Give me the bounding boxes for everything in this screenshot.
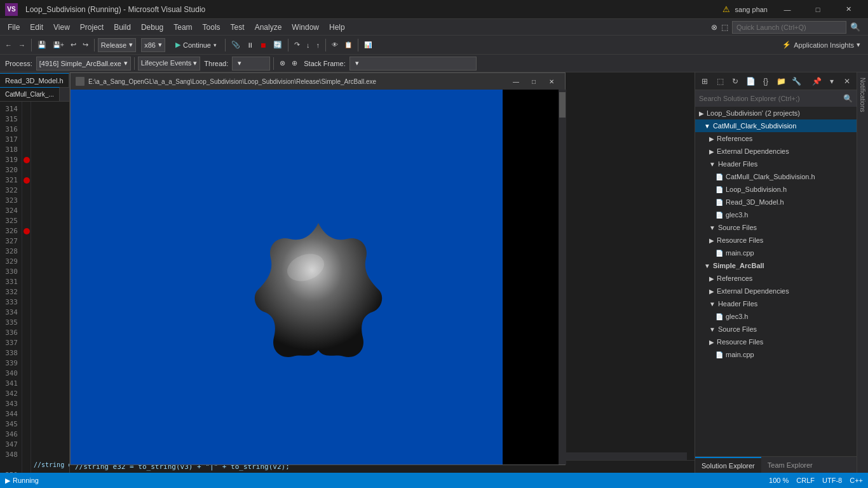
step-into-button[interactable]: ↓	[304, 37, 313, 53]
save-button[interactable]: 💾	[35, 37, 49, 53]
back-button[interactable]: ←	[3, 37, 15, 53]
se-main-cpp-2[interactable]: 📄 main.cpp	[695, 348, 857, 361]
minimize-button[interactable]: —	[773, 0, 802, 19]
se-resource-files-1[interactable]: ▶ Resource Files	[695, 234, 857, 247]
continue-label: Continue	[183, 41, 211, 49]
stop-button[interactable]: ⏹	[257, 37, 269, 53]
se-read3d-label: Read_3D_Model.h	[726, 198, 784, 206]
user-name[interactable]: sang phan	[735, 6, 768, 13]
se-panel-btn-4[interactable]: 📄	[743, 74, 757, 88]
se-references-2[interactable]: ▶ References	[695, 272, 857, 285]
canvas-scrollbar-thumb[interactable]	[559, 92, 566, 118]
se-references-1[interactable]: ▶ References	[695, 132, 857, 145]
menu-view[interactable]: View	[48, 19, 75, 36]
stack-frame-dropdown[interactable]: ▾	[349, 57, 477, 71]
se-panel-btn-5[interactable]: {}	[759, 74, 773, 88]
se-panel-btn-7[interactable]: 🔧	[789, 74, 803, 88]
se-source-files-2[interactable]: ▼ Source Files	[695, 323, 857, 336]
restart-button[interactable]: 🔄	[271, 37, 285, 53]
se-search-input[interactable]	[695, 90, 857, 107]
breakpoint-321	[22, 175, 31, 186]
menu-analyze[interactable]: Analyze	[250, 19, 287, 36]
se-ext-dep-1[interactable]: ▶ External Dependencies	[695, 145, 857, 158]
app-window-maximize[interactable]: □	[526, 75, 542, 88]
save-all-button[interactable]: 💾+	[50, 37, 67, 53]
se-catmull-h[interactable]: 📄 CatMull_Clark_Subdivision.h	[695, 170, 857, 183]
attach-button[interactable]: 📎	[229, 37, 243, 53]
se-panel-btn-2[interactable]: ⬚	[713, 74, 727, 88]
solution-explorer-tab[interactable]: Solution Explorer	[695, 457, 761, 473]
se-panel-close[interactable]: ✕	[840, 74, 854, 88]
se-main-cpp-1[interactable]: 📄 main.cpp	[695, 247, 857, 259]
menu-file[interactable]: File	[3, 19, 25, 36]
menu-team[interactable]: Team	[168, 19, 197, 36]
close-button[interactable]: ✕	[834, 0, 863, 19]
redo-button[interactable]: ↪	[80, 37, 91, 53]
menu-build[interactable]: Build	[109, 19, 136, 36]
team-explorer-tab[interactable]: Team Explorer	[761, 457, 819, 473]
locals-button[interactable]: 📋	[342, 37, 355, 53]
app-window[interactable]: E:\a_a_Sang_OpenGL\a_a_a_Sang\Loop_Subdi…	[70, 72, 566, 465]
menu-tools[interactable]: Tools	[198, 19, 226, 36]
filter-button[interactable]: ⊗	[277, 56, 288, 71]
se-panel-pin[interactable]: 📌	[810, 74, 824, 88]
se-panel-btn-1[interactable]: ⊞	[698, 74, 712, 88]
appinsights-button[interactable]: ⚡ Application Insights ▾	[777, 37, 865, 53]
se-glec3-h-2[interactable]: 📄 glec3.h	[695, 310, 857, 323]
se-header-files-2[interactable]: ▼ Header Files	[695, 297, 857, 310]
app-window-close[interactable]: ✕	[543, 75, 560, 88]
menu-edit[interactable]: Edit	[25, 19, 48, 36]
menu-help[interactable]: Help	[324, 19, 350, 36]
configuration-dropdown[interactable]: Release ▾	[98, 38, 136, 52]
se-panel-btn-3[interactable]: ↻	[728, 74, 742, 88]
status-zoom[interactable]: 100 %	[769, 477, 789, 484]
solution-explorer[interactable]: ▶ Loop_Subdivision' (2 projects) ▼ CatMu…	[695, 107, 857, 456]
se-resource-files-2[interactable]: ▶ Resource Files	[695, 336, 857, 348]
platform-dropdown[interactable]: x86 ▾	[141, 38, 165, 52]
status-left: ▶ Running	[5, 477, 39, 485]
step-over-button[interactable]: ↷	[292, 37, 302, 53]
se-root[interactable]: ▶ Loop_Subdivision' (2 projects)	[695, 107, 857, 119]
line-num-334: 334	[0, 308, 18, 318]
filter-icon: ⊗	[711, 23, 717, 32]
tab-catmull-clark[interactable]: CatMull_Clark_...	[0, 87, 60, 101]
menu-project[interactable]: Project	[75, 19, 109, 36]
se-panel-btn-6[interactable]: 📁	[774, 74, 788, 88]
menu-debug[interactable]: Debug	[136, 19, 168, 36]
notifications-label: Notifications	[859, 78, 866, 112]
forward-button[interactable]: →	[16, 37, 28, 53]
code-editor[interactable]: 314 315 316 317 318 319 320 321 322 323 …	[0, 102, 69, 473]
thread-filter-button[interactable]: ⊕	[289, 56, 300, 71]
se-read3d-h[interactable]: 📄 Read_3D_Model.h	[695, 196, 857, 208]
step-out-button[interactable]: ↑	[314, 37, 323, 53]
se-ext-dep-2[interactable]: ▶ External Dependencies	[695, 285, 857, 297]
quick-launch-input[interactable]	[732, 21, 846, 34]
pause-button[interactable]: ⏸	[244, 37, 256, 53]
se-glec3-h-1[interactable]: 📄 glec3.h	[695, 208, 857, 221]
process-dropdown[interactable]: [4916] Simple_ArcBall.exe ▾	[36, 57, 131, 71]
se-item-catmull[interactable]: ▼ CatMull_Clark_Subdivision	[695, 119, 857, 132]
se-panel-dropdown[interactable]: ▾	[825, 74, 839, 88]
menu-window[interactable]: Window	[287, 19, 324, 36]
se-source-files-1[interactable]: ▼ Source Files	[695, 221, 857, 234]
line-num-346: 346	[0, 430, 18, 440]
continue-button[interactable]: ▶ Continue ▾	[170, 37, 222, 53]
breakpoint-319	[22, 155, 31, 165]
lifecycle-dropdown[interactable]: Lifecycle Events ▾	[138, 57, 201, 71]
app-window-minimize[interactable]: —	[508, 75, 524, 88]
canvas-scrollbar[interactable]	[559, 90, 566, 464]
undo-button[interactable]: ↩	[68, 37, 79, 53]
bottom-tabs: Solution Explorer Team Explorer	[695, 456, 857, 473]
notifications-panel[interactable]: Notifications	[857, 72, 868, 473]
se-arcball[interactable]: ▼ Simple_ArcBall	[695, 259, 857, 272]
menu-test[interactable]: Test	[226, 19, 250, 36]
maximize-button[interactable]: □	[803, 0, 832, 19]
se-loop-h[interactable]: 📄 Loop_Subdivision.h	[695, 183, 857, 196]
perf-button[interactable]: 📊	[362, 37, 374, 53]
code-content[interactable]: //string e32...	[31, 102, 69, 473]
watch-button[interactable]: 👁	[329, 37, 341, 53]
se-header-files-1[interactable]: ▼ Header Files	[695, 158, 857, 170]
tab-read-3d-model[interactable]: Read_3D_Model.h	[0, 73, 69, 87]
dropdown-arrow-1: ▾	[129, 41, 133, 49]
thread-dropdown[interactable]: ▾	[232, 57, 270, 71]
